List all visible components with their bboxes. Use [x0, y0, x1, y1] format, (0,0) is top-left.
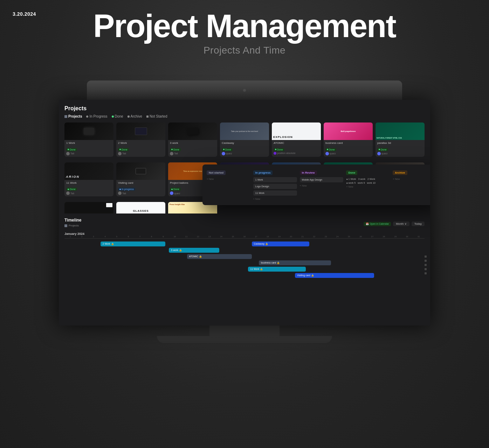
- timeline-bar-11work[interactable]: 11 Work 🔒: [248, 267, 305, 272]
- monitor-stand: [209, 326, 280, 336]
- today-btn[interactable]: Today: [412, 222, 425, 226]
- project-card-visitingcard[interactable]: Visiting card In progress Tati: [116, 162, 165, 197]
- kanban-col-not-started: Not started + New: [207, 169, 250, 201]
- project-card-1work[interactable]: 1 Work Done Tati: [64, 122, 113, 157]
- kanban-card-logodesign[interactable]: Logo Design: [253, 184, 297, 189]
- project-card-3work[interactable]: 3 work Done Tati: [168, 122, 217, 157]
- screen: Projects Projects In Progress Done Arc: [59, 100, 430, 326]
- timeline-bar-atomic[interactable]: ATOMIC 🔒: [187, 254, 252, 259]
- kanban-overlay: Not started + New In progress 1 Work Log…: [202, 164, 430, 205]
- timeline-bar-castaway[interactable]: Castaway 🔒: [252, 241, 309, 246]
- kanban-col-in-progress: In progress 1 Work Logo Design 11 Work +…: [253, 169, 297, 201]
- timeline-projects-label: Projects: [64, 224, 81, 227]
- timeline-header: Timeline Projects 📅 Open in Calendar Mon…: [64, 218, 425, 230]
- tab-projects[interactable]: Projects: [64, 114, 82, 118]
- app-title: Projects: [64, 105, 425, 112]
- monitor-container: Projects Projects In Progress Done Arc: [52, 80, 437, 343]
- timeline-title: Timeline: [64, 218, 81, 223]
- timeline-month: January 2024: [64, 232, 425, 236]
- project-card-castaway[interactable]: Take your podcast to the next level Cast…: [220, 122, 269, 157]
- timeline-bar-businesscard[interactable]: business card 🔒: [259, 260, 331, 265]
- kanban-card-mobileapp[interactable]: Mobile App Design: [300, 177, 344, 182]
- timeline-controls: 📅 Open in Calendar Month ∨ Today: [364, 222, 425, 226]
- project-card-2work[interactable]: 2 Work Done Tati: [116, 122, 165, 157]
- project-card-11work[interactable]: ARION 11 Work Done Tati: [64, 162, 113, 197]
- projects-grid-row1: 1 Work Done Tati 2 Work Done: [64, 122, 425, 157]
- kanban-col-done: Done ● 1 Work 3 work 2 Work ● work 5 wor…: [346, 169, 390, 201]
- monitor-bezel-top: [87, 80, 402, 100]
- kanban-card-11work[interactable]: 11 Work: [253, 190, 297, 196]
- timeline-overlay: Timeline Projects 📅 Open in Calendar Mon…: [59, 214, 430, 326]
- timeline-side-dots: [425, 255, 427, 274]
- kanban-col-archive: Archive + New: [393, 169, 430, 201]
- month-btn[interactable]: Month ∨: [393, 222, 409, 226]
- timeline-ruler: 1 2 3 4 5 6 7 8 9 10 11 12 13 14 15 16 1…: [64, 236, 425, 239]
- tab-done[interactable]: Done: [112, 114, 123, 118]
- date-label: 3.20.2024: [13, 11, 36, 17]
- timeline-bar-visitingcard[interactable]: Visiting card 🔒: [295, 273, 374, 278]
- project-card-parallax3d[interactable]: NATURAL FOREST HTML CSS parallax 3d Done…: [376, 122, 425, 157]
- kanban-card-1work[interactable]: 1 Work: [253, 177, 297, 182]
- project-card-atomic[interactable]: EXPLOSION ATOMIC Done position absolute: [272, 122, 321, 157]
- page-title: Project Management: [0, 10, 489, 42]
- timeline-bar-3work[interactable]: 3 work 🔒: [169, 248, 219, 253]
- tab-not-started[interactable]: Not Started: [146, 114, 167, 118]
- project-card-businesscard[interactable]: Bell.pagelimoo business card Done quarz: [324, 122, 373, 157]
- page-subtitle: Projects And Time: [0, 45, 489, 56]
- open-calendar-btn[interactable]: 📅 Open in Calendar: [364, 222, 391, 226]
- timeline-bar-2work[interactable]: 2 Work 🔒: [101, 241, 165, 246]
- tabs-row: Projects In Progress Done Archive Not St…: [64, 114, 425, 118]
- tab-archive[interactable]: Archive: [128, 114, 142, 118]
- kanban-col-in-review: In Review Mobile App Design + New: [300, 169, 344, 201]
- kanban-columns: Not started + New In progress 1 Work Log…: [207, 169, 430, 201]
- tab-in-progress[interactable]: In Progress: [86, 114, 107, 118]
- monitor-base: [157, 336, 332, 343]
- timeline-bars: 2 Work 🔒 Castaway 🔒 3 work 🔒 ATOMIC 🔒 bu…: [64, 241, 425, 312]
